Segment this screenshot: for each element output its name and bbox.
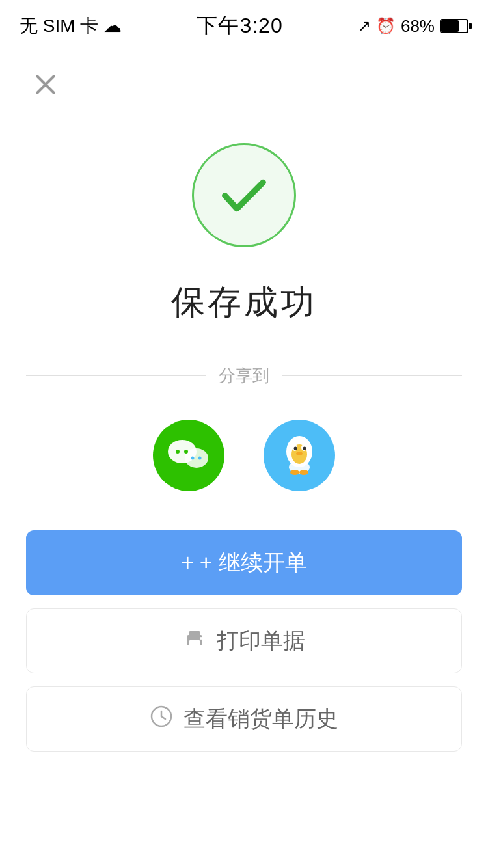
- svg-point-14: [290, 470, 299, 475]
- svg-point-19: [200, 637, 202, 640]
- share-section: 分享到: [26, 364, 462, 491]
- close-button[interactable]: [26, 65, 65, 104]
- svg-rect-17: [189, 640, 200, 647]
- alarm-icon: ⏰: [376, 17, 396, 35]
- wechat-icon: [167, 436, 211, 475]
- continue-button[interactable]: + + 继续开单: [26, 530, 462, 595]
- print-button-label: 打印单据: [217, 626, 305, 656]
- svg-point-3: [184, 450, 188, 454]
- checkmark-icon: [218, 178, 270, 213]
- status-right: ↗ ⏰ 68%: [358, 16, 468, 36]
- main-content: 保存成功 分享到: [0, 52, 488, 791]
- action-buttons: + + 继续开单 打印单据: [26, 530, 462, 752]
- success-title: 保存成功: [171, 280, 317, 325]
- share-divider-row: 分享到: [26, 364, 462, 387]
- status-bar: 无 SIM 卡 ☁ 下午3:20 ↗ ⏰ 68%: [0, 0, 488, 52]
- continue-button-label: + 继续开单: [200, 548, 307, 578]
- share-line-right: [282, 375, 462, 376]
- battery-percent: 68%: [401, 16, 435, 36]
- plus-icon: +: [181, 549, 195, 576]
- history-button[interactable]: 查看销货单历史: [26, 686, 462, 752]
- print-button[interactable]: 打印单据: [26, 608, 462, 673]
- wechat-share-button[interactable]: [153, 420, 224, 491]
- svg-point-4: [191, 457, 195, 460]
- clock-icon: [150, 705, 173, 733]
- battery-icon: [440, 19, 468, 33]
- share-line-left: [26, 375, 206, 376]
- svg-rect-18: [189, 631, 200, 636]
- status-left: 无 SIM 卡 ☁: [20, 14, 122, 38]
- close-icon: [33, 72, 59, 98]
- location-icon: ↗: [358, 17, 371, 35]
- svg-point-2: [176, 450, 180, 454]
- qq-share-button[interactable]: [264, 420, 335, 491]
- share-label: 分享到: [219, 364, 269, 387]
- svg-point-11: [294, 447, 297, 450]
- svg-point-13: [296, 452, 303, 455]
- printer-icon: [183, 627, 206, 655]
- qq-icon: [279, 433, 319, 478]
- status-time: 下午3:20: [197, 12, 282, 40]
- success-circle: [192, 143, 296, 247]
- svg-point-5: [198, 457, 202, 460]
- svg-point-15: [299, 470, 308, 475]
- history-button-label: 查看销货单历史: [183, 704, 338, 734]
- signal-text: 无 SIM 卡 ☁: [20, 14, 122, 38]
- svg-line-22: [161, 716, 165, 719]
- share-icons-row: [26, 420, 462, 491]
- svg-point-1: [185, 448, 208, 468]
- svg-point-12: [303, 447, 306, 450]
